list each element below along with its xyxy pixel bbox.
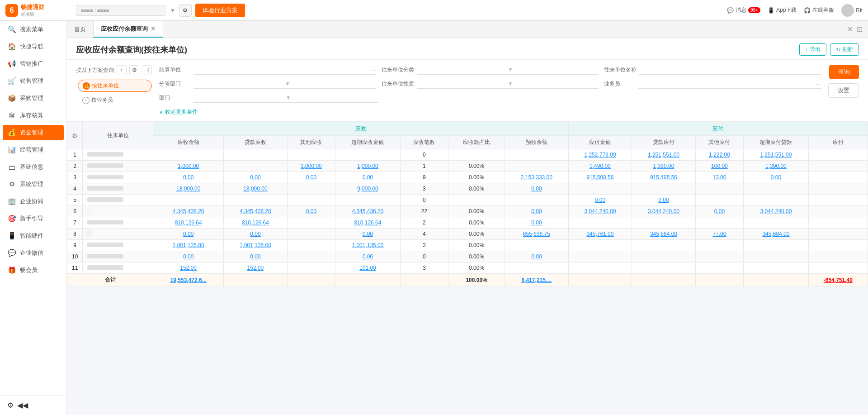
cell-ar-amt[interactable]: 4,345,436.20 [153,206,224,217]
unit-category-select[interactable]: ▼ [417,65,599,75]
sidebar-item-wechat[interactable]: 💬 企业微信 [0,244,66,262]
total-ap-last[interactable]: -654,751.40 [808,274,868,286]
user-menu-btn[interactable]: Rit [841,4,863,17]
unit-nature-select[interactable]: ▼ [417,79,599,89]
cell-ap-amt[interactable]: 3,044,240.00 [568,206,632,217]
cell-ar-overdue[interactable]: 0.00 [335,229,401,240]
total-ar-amt[interactable]: 19,553,472,6... [153,274,224,286]
salesman-dots-icon[interactable]: ··· [816,80,821,87]
sidebar-item-member[interactable]: 🎁 畅会员 [0,262,66,279]
trial-btn[interactable]: 体验行业方案 [195,4,245,17]
cell-ar-amt[interactable]: 1,000.00 [153,161,224,172]
cell-ar-amt[interactable]: 0.00 [153,251,224,262]
cell-ap-amt[interactable]: 345,761.00 [568,229,632,240]
cell-ap-overdue[interactable]: 1,251,551.00 [744,149,809,161]
export-btn[interactable]: ↑ 导出 [799,43,826,56]
cell-ap-amt[interactable]: 915,508.56 [568,172,632,183]
cell-ap-loan[interactable]: 1,251,551.00 [632,149,696,161]
cell-ar-overdue[interactable]: 1,000.00 [335,161,401,172]
cell-ar-overdue[interactable]: 101.00 [335,262,401,274]
cell-ar-loan[interactable]: 4,345,436.20 [224,206,288,217]
tab-home[interactable]: 首页 [67,21,94,38]
cell-ap-overdue[interactable]: 0.00 [744,172,809,183]
filter-collapse-left-btn[interactable]: 《 [142,65,152,75]
cell-ar-loan[interactable]: 810,126.64 [224,217,288,229]
close-window-icon[interactable]: ✕ [847,25,853,33]
cell-ar-loan[interactable]: 1,001,135.00 [224,240,288,251]
sidebar-item-system[interactable]: ⚙ 系统管理 [0,176,66,193]
setting-btn[interactable]: 设置 [828,83,859,98]
app-download-btn[interactable]: 📱 App下载 [768,6,797,14]
cell-ap-loan[interactable]: 3,044,240.00 [632,206,696,217]
settlement-unit-input[interactable] [193,65,371,74]
cell-ar-other[interactable]: 1,000.00 [287,161,335,172]
salesman-input[interactable] [638,79,816,88]
cell-ap-overdue[interactable]: 1,390.00 [744,161,809,172]
cell-ap-loan[interactable]: 915,495.56 [632,172,696,183]
tab-ar-ap-query[interactable]: 应收应付余额查询 ✕ [94,21,163,38]
filter-settings-btn[interactable]: ⚙ [129,65,139,75]
sidebar-collapse-btn[interactable]: ◀◀ [17,401,28,410]
sidebar-item-finance[interactable]: 💰 资金管理 [3,125,64,140]
scheme-by-salesman[interactable]: ○ 按业务员 [78,95,152,106]
cell-ap-other[interactable]: 77.00 [695,229,743,240]
cell-ap-loan[interactable]: 1,390.00 [632,161,696,172]
query-btn[interactable]: 查询 [829,65,859,79]
cell-prepaid[interactable]: 0.00 [505,206,569,217]
cell-ar-overdue[interactable]: 0.00 [335,172,401,183]
refresh-btn[interactable]: ↻ 刷新 [830,43,859,56]
online-service-btn[interactable]: 🎧 在线客服 [804,6,834,14]
cell-ap-other[interactable]: 100.00 [695,161,743,172]
dept-select[interactable]: ▼ [193,79,376,89]
cell-ar-loan[interactable]: 0.00 [224,251,288,262]
th-gear[interactable]: ⚙ [67,122,83,149]
sidebar-item-quicknav[interactable]: 🏠 快捷导航 [0,38,66,55]
maximize-window-icon[interactable]: ⊡ [857,25,863,33]
gear-icon[interactable]: ⚙ [72,132,78,139]
cell-ap-amt[interactable]: 0.00 [568,195,632,206]
dots-icon[interactable]: ··· [371,66,376,73]
cell-ar-overdue[interactable]: 810,126.64 [335,217,401,229]
cell-ap-other[interactable]: 1,222.00 [695,149,743,161]
cell-ap-loan[interactable]: 0.00 [632,195,696,206]
cell-ar-overdue[interactable]: 9,000.00 [335,183,401,195]
subdept-select[interactable]: ▼ [193,93,378,103]
cell-ar-loan[interactable]: 0.00 [224,172,288,183]
gear-settings-btn[interactable]: ⚙ [179,4,192,17]
sidebar-item-iot[interactable]: 📱 智能硬件 [0,227,66,244]
sidebar-item-ops[interactable]: 📊 经营管理 [0,141,66,158]
cell-ar-overdue[interactable]: 4,345,436.20 [335,206,401,217]
cell-ar-amt[interactable]: 18,000.00 [153,183,224,195]
sidebar-item-guide[interactable]: 🎯 新手引导 [0,210,66,227]
cell-ar-amt[interactable]: 0.00 [153,229,224,240]
sidebar-item-inventory[interactable]: 🏛 库存核算 [0,107,66,124]
total-prepaid[interactable]: 6,417,215.... [505,274,569,286]
sidebar-item-sales[interactable]: 🛒 销售管理 [0,72,66,90]
cell-ar-amt[interactable]: 810,126.64 [153,217,224,229]
cell-ap-amt[interactable]: 1,490.00 [568,161,632,172]
cell-prepaid[interactable]: 2,153,333.00 [505,172,569,183]
cell-ar-amt[interactable]: 1,001,135.00 [153,240,224,251]
cell-prepaid[interactable]: 655,636.75 [505,229,569,240]
cell-ar-other[interactable]: 0.00 [287,172,335,183]
cell-prepaid[interactable]: 0.00 [505,183,569,195]
cell-ar-overdue[interactable]: 1,001,135.00 [335,240,401,251]
filter-add-btn[interactable]: + [117,65,127,75]
sidebar-item-basic-info[interactable]: 🗃 基础信息 [0,158,66,176]
unit-name-input[interactable] [639,65,821,75]
cell-prepaid[interactable]: 0.00 [505,251,569,262]
collapse-more-btn[interactable]: ∧ 收起更多条件 [159,108,198,116]
cell-ar-amt[interactable]: 152.00 [153,262,224,274]
cell-ar-other[interactable]: 0.00 [287,206,335,217]
cell-ap-other[interactable]: 13.00 [695,172,743,183]
sidebar-item-collab[interactable]: 🏢 企业协同 [0,193,66,210]
cell-ar-loan[interactable]: 0.00 [224,229,288,240]
sidebar-item-marketing[interactable]: 📢 营销推广 [0,55,66,72]
scheme-by-unit[interactable]: 💰 按往来单位 [78,80,152,92]
cell-ap-overdue[interactable]: 3,044,240.00 [744,206,809,217]
cell-ap-loan[interactable]: 345,684.00 [632,229,696,240]
cell-ar-amt[interactable]: 0.00 [153,172,224,183]
sidebar-item-purchase[interactable]: 📦 采购管理 [0,90,66,107]
cell-ap-amt[interactable]: 1,252,773.00 [568,149,632,161]
cell-ar-loan[interactable]: 152.00 [224,262,288,274]
